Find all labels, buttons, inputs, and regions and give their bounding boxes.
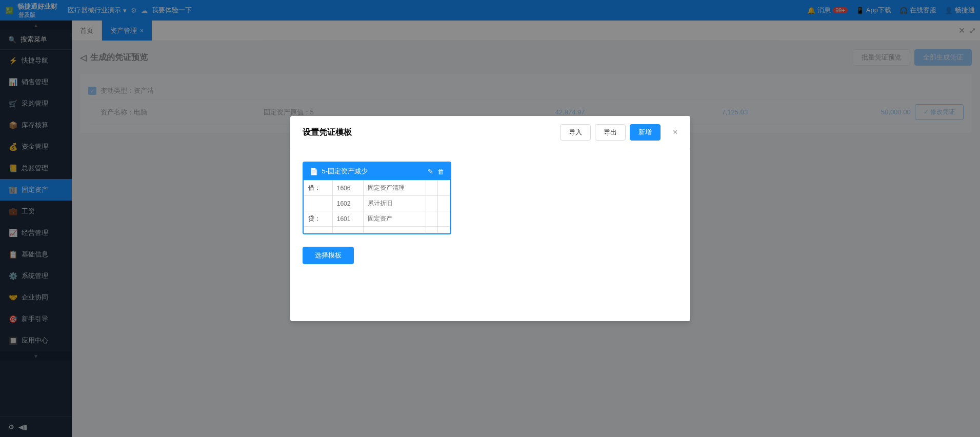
entry-code-2: 1601 [332, 211, 363, 227]
entry-credit-2 [438, 211, 450, 227]
entry-account-2: 固定资产 [363, 211, 426, 227]
template-doc-icon: 📄 [310, 168, 318, 175]
template-entries-table: 借： 1606 固定资产清理 1602 累计折旧 [304, 180, 450, 233]
entry-debit-0 [426, 181, 437, 196]
entry-account-3 [363, 227, 426, 233]
modal-overlay: 设置凭证模板 导入 导出 新增 × 📄 5-固定资产减少 [0, 0, 980, 437]
entry-code-3 [332, 227, 363, 233]
template-delete-icon[interactable]: 🗑 [437, 168, 444, 175]
entry-account-1: 累计折旧 [363, 196, 426, 211]
template-edit-icon[interactable]: ✎ [428, 168, 433, 175]
entry-credit-3 [438, 227, 450, 233]
entry-code-1: 1602 [332, 196, 363, 211]
dialog-close-btn[interactable]: × [673, 128, 677, 137]
template-card-header: 📄 5-固定资产减少 ✎ 🗑 [304, 163, 450, 180]
app-wrapper: 💹 畅捷通好业财 普及版 医疗器械行业演示 ▾ ⚙ ☁ 我要体验一下 🔔 消息 … [0, 0, 980, 437]
template-card-header-left: 📄 5-固定资产减少 [310, 167, 368, 176]
entry-direction-0: 借： [304, 181, 332, 196]
entry-debit-1 [426, 196, 437, 211]
entry-direction-1 [304, 196, 332, 211]
template-card-body: 借： 1606 固定资产清理 1602 累计折旧 [304, 180, 450, 233]
new-btn[interactable]: 新增 [630, 124, 661, 141]
dialog-header: 设置凭证模板 导入 导出 新增 × [290, 116, 690, 149]
dialog-title: 设置凭证模板 [303, 127, 352, 138]
template-card: 📄 5-固定资产减少 ✎ 🗑 借： [303, 162, 451, 234]
template-name: 5-固定资产减少 [322, 167, 368, 176]
import-btn[interactable]: 导入 [560, 124, 591, 141]
template-card-header-icons: ✎ 🗑 [428, 168, 444, 175]
entry-account-0: 固定资产清理 [363, 181, 426, 196]
select-template-btn[interactable]: 选择模板 [303, 247, 354, 264]
dialog-header-actions: 导入 导出 新增 × [560, 124, 677, 141]
template-entry-row: 1602 累计折旧 [304, 196, 450, 211]
entry-direction-3 [304, 227, 332, 233]
template-entry-row [304, 227, 450, 233]
dialog-set-template: 设置凭证模板 导入 导出 新增 × 📄 5-固定资产减少 [290, 116, 690, 321]
entry-code-0: 1606 [332, 181, 363, 196]
entry-debit-2 [426, 211, 437, 227]
entry-credit-1 [438, 196, 450, 211]
export-btn[interactable]: 导出 [595, 124, 626, 141]
template-entry-row: 借： 1606 固定资产清理 [304, 181, 450, 196]
entry-credit-0 [438, 181, 450, 196]
template-entry-row: 贷： 1601 固定资产 [304, 211, 450, 227]
entry-debit-3 [426, 227, 437, 233]
dialog-body: 📄 5-固定资产减少 ✎ 🗑 借： [290, 149, 690, 321]
entry-direction-2: 贷： [304, 211, 332, 227]
